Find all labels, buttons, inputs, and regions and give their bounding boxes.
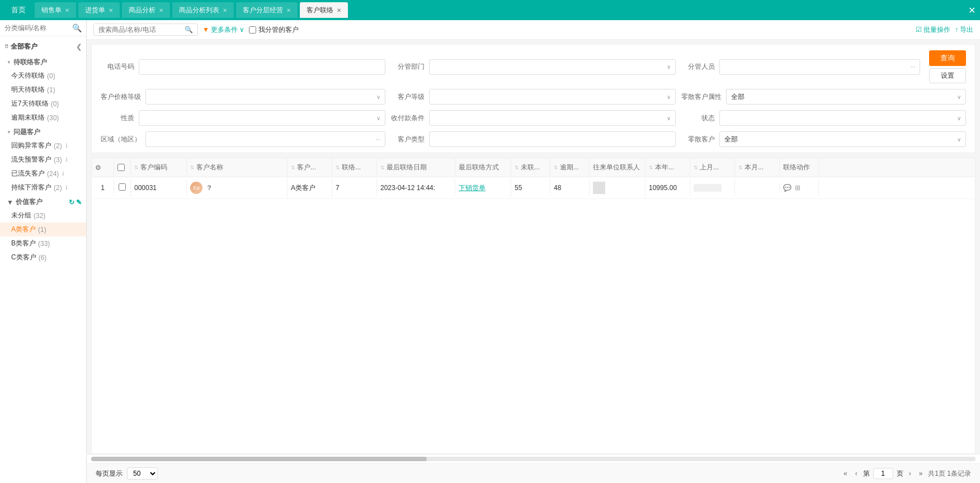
select-all-checkbox[interactable] [117,164,125,171]
pagination: 每页显示 50 100 200 « ‹ 第 页 › » 共1页 1条记录 [87,463,980,483]
search-box: 🔍 [93,23,198,36]
col-header-lastway: 最后联络方式 [455,158,511,177]
payment-select[interactable]: ∨ [429,110,676,126]
sidebar-search-input[interactable] [4,24,70,32]
col-label: 往来单位联系人 [593,163,640,172]
region-input[interactable]: ··· [145,131,385,147]
nav-home[interactable]: 首页 [4,5,32,15]
nav-tab-analysis-list[interactable]: 商品分析列表 ✕ [172,2,234,18]
col-label: 未联... [521,163,540,172]
close-all-button[interactable]: ✕ [968,5,976,16]
sidebar-search-icon[interactable]: 🔍 [72,23,82,32]
sidebar-item-churned[interactable]: 已流失客户 (24) ℹ [0,167,86,181]
item-count: (1) [38,226,46,234]
cell-check[interactable] [114,179,131,197]
chevron-down-icon: ∨ [667,64,671,70]
close-tab-analysis-list[interactable]: ✕ [223,7,227,13]
close-tab-analysis[interactable]: ✕ [159,7,163,13]
chevron-icon: ∨ [239,26,244,34]
sidebar-item-class-b[interactable]: B类客户 (33) [0,236,86,250]
dept-select[interactable]: ∨ [429,59,676,75]
collapse-icon[interactable]: ❮ [76,43,82,51]
cell-code: 000031 [131,179,187,196]
horizontal-scrollbar[interactable] [87,454,980,463]
person-input[interactable]: ··· [719,59,920,75]
cell-lastway[interactable]: 下销货单 [455,179,511,197]
sidebar-item-churn-warn[interactable]: 流失预警客户 (3) ℹ [0,153,86,167]
customer-grade-select[interactable]: ∨ [429,89,676,105]
sidebar-item-tomorrow[interactable]: 明天待联络 (1) [0,83,86,97]
export-button[interactable]: ↑ 导出 [955,25,973,35]
page-number-input[interactable] [873,468,893,479]
last-page-button[interactable]: » [917,468,925,479]
export-label: 导出 [960,25,973,35]
nav-tab-customer-contact[interactable]: 客户联络 ✕ [300,2,348,18]
col-label: 上月... [700,163,719,172]
scroll-thumb[interactable] [91,457,427,461]
col-label: 逾期... [560,163,579,172]
query-button[interactable]: 查询 [929,50,966,66]
cell-lastmonth [690,179,735,196]
sidebar-all-customers[interactable]: ⠿ 全部客户 ❮ [0,39,86,55]
sidebar-item-declining[interactable]: 持续下滑客户 (2) ℹ [0,181,86,195]
more-filter-button[interactable]: ▼ 更多条件 ∨ [202,25,244,35]
nav-tab-customer-tier[interactable]: 客户分层经营 ✕ [236,2,298,18]
first-page-button[interactable]: « [841,468,850,479]
sidebar-item-today[interactable]: 今天待联络 (0) [0,69,86,83]
sort-icon: ⇅ [291,165,295,171]
qr-icon[interactable]: ⊞ [795,184,800,192]
cell-thisyear: 10995.00 [646,179,690,196]
close-tab-customer-contact[interactable]: ✕ [337,7,341,13]
nature-select[interactable]: ∨ [139,110,385,126]
col-header-type: ⇅ 客户... [288,158,332,177]
expand-triangle: ▼ [7,60,11,65]
retail-attr-select[interactable]: 全部 ∨ [726,89,966,105]
nav-tab-purchase[interactable]: 进货单 ✕ [78,2,120,18]
next-page-button[interactable]: › [907,468,913,479]
filter-row-region: 区域（地区） ··· [101,131,385,147]
sidebar-item-abnormal[interactable]: 回购异常客户 (2) ℹ [0,139,86,153]
nav-tab-analysis[interactable]: 商品分析 ✕ [122,2,170,18]
edit-icon[interactable]: ✎ [76,198,82,206]
col-header-thismonth: ⇅ 本月... [735,158,780,177]
customer-type-input[interactable] [429,131,676,147]
batch-ops-button[interactable]: ☑ 批量操作 [916,25,950,35]
batch-icon: ☑ [916,26,922,34]
gear-icon[interactable]: ⚙ [95,164,101,172]
settings-button[interactable]: 设置 [929,68,966,83]
phone-input[interactable] [139,59,385,75]
export-icon: ↑ [955,26,958,34]
col-header-check[interactable] [114,159,131,176]
prev-page-button[interactable]: ‹ [853,468,860,479]
sidebar-item-7days[interactable]: 近7天待联络 (0) [0,97,86,111]
my-customers-label: 我分管的客户 [258,25,299,35]
refresh-icon[interactable]: ↻ [69,198,74,206]
search-input[interactable] [98,26,182,34]
close-tab-customer-tier[interactable]: ✕ [286,7,291,13]
retail-attr-label: 零散客户属性 [681,92,722,102]
sidebar-item-unclassified[interactable]: 未分组 (32) [0,209,86,222]
close-tab-sales[interactable]: ✕ [65,7,69,13]
my-customers-filter[interactable]: 我分管的客户 [249,25,299,35]
message-icon[interactable]: 💬 [783,184,791,192]
retail-customer-value: 全部 [724,135,738,144]
sidebar: 🔍 ⠿ 全部客户 ❮ ▼ 待联络客户 今天待联络 (0) 明天待联络 (1) [0,20,87,483]
nav-tab-sales[interactable]: 销售单 ✕ [35,2,76,18]
item-label: 已流失客户 [11,169,45,178]
pagination-right: « ‹ 第 页 › » 共1页 1条记录 [841,468,971,479]
retail-customer-select[interactable]: 全部 ∨ [719,131,966,147]
search-icon[interactable]: 🔍 [185,26,193,34]
close-tab-purchase[interactable]: ✕ [109,7,113,13]
sidebar-item-class-a[interactable]: A类客户 (1) [0,222,86,236]
row-checkbox[interactable] [119,183,126,191]
sort-icon: ⇅ [380,165,385,171]
my-customers-checkbox[interactable] [249,26,256,34]
status-select[interactable]: ∨ [719,110,966,126]
main-layout: 🔍 ⠿ 全部客户 ❮ ▼ 待联络客户 今天待联络 (0) 明天待联络 (1) [0,20,980,483]
sidebar-item-overdue[interactable]: 逾期未联络 (30) [0,111,86,125]
page-size-select[interactable]: 50 100 200 [127,467,158,480]
item-label: 近7天待联络 [11,99,49,108]
price-grade-select[interactable]: ∨ [145,89,385,105]
sidebar-item-class-c[interactable]: C类客户 (6) [0,250,86,264]
col-header-name: ⇅ 客户名称 [187,158,288,177]
